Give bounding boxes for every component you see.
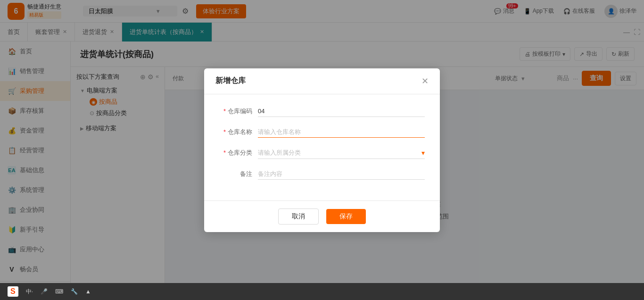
category-dropdown-icon[interactable]: ▾: [421, 149, 425, 157]
name-label: 仓库名称: [219, 128, 252, 136]
new-warehouse-dialog: 新增仓库 ✕ 仓库编码 仓库名称 仓库分类 ▾: [204, 68, 440, 232]
form-row-code: 仓库编码: [219, 106, 425, 117]
dialog-close-icon[interactable]: ✕: [421, 76, 429, 86]
note-input[interactable]: [258, 168, 425, 180]
code-label: 仓库编码: [219, 107, 252, 116]
category-input[interactable]: [258, 149, 421, 156]
bottom-keyboard-icon[interactable]: ⌨: [55, 288, 63, 295]
name-input[interactable]: [258, 126, 425, 138]
dialog-footer: 取消 保存: [204, 200, 440, 232]
bottom-logo: S: [8, 286, 18, 297]
dialog-title: 新增仓库: [215, 76, 246, 86]
bottom-settings-icon[interactable]: 🔧: [71, 288, 78, 295]
category-select[interactable]: ▾: [258, 147, 425, 159]
form-row-name: 仓库名称: [219, 126, 425, 138]
dialog-body: 仓库编码 仓库名称 仓库分类 ▾ 备注: [204, 94, 440, 200]
bottom-bar: S 中· 🎤 ⌨ 🔧 ▲: [0, 283, 644, 300]
form-row-note: 备注: [219, 168, 425, 180]
category-label: 仓库分类: [219, 149, 252, 157]
save-button[interactable]: 保存: [326, 209, 366, 224]
note-label: 备注: [219, 170, 252, 178]
cancel-button[interactable]: 取消: [278, 208, 319, 225]
form-row-category: 仓库分类 ▾: [219, 147, 425, 159]
bottom-mic-icon[interactable]: 🎤: [41, 288, 48, 295]
bottom-help-icon[interactable]: ▲: [85, 288, 91, 295]
code-input[interactable]: [258, 106, 425, 117]
modal-overlay: 新增仓库 ✕ 仓库编码 仓库名称 仓库分类 ▾: [0, 0, 644, 300]
bottom-lang[interactable]: 中·: [26, 288, 33, 296]
dialog-header: 新增仓库 ✕: [204, 68, 440, 94]
